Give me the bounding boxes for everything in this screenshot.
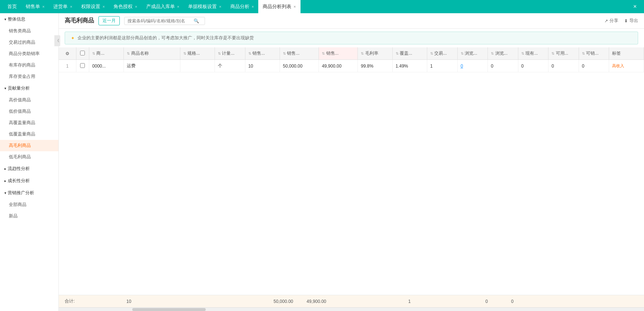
row-current: 0 xyxy=(518,60,548,72)
close-product-analysis-list[interactable]: × xyxy=(294,4,296,9)
footer-empty1 xyxy=(329,299,388,304)
col-browse1[interactable]: ⇅ 浏览... xyxy=(457,47,488,60)
sidebar-group-contribution-title[interactable]: ▾ 贡献量分析 xyxy=(0,82,58,94)
sidebar-item-high-margin[interactable]: 高毛利商品 xyxy=(0,140,58,151)
footer-values: 10 50,000.00 49,900.00 1 0 0 xyxy=(123,299,517,304)
col-sales3[interactable]: ⇅ 销售... xyxy=(319,47,358,60)
nav-purchase-order[interactable]: 进货单 × xyxy=(49,0,76,13)
content-area: 高毛利商品 近一月 🔍 ↗ 分享 ⬇ 导出 ✦ 企业的主要的利润都是这部分商品创… xyxy=(59,13,644,311)
share-button[interactable]: ↗ 分享 xyxy=(604,18,618,24)
col-gross-rate[interactable]: ⇅ 毛利率 xyxy=(358,47,392,60)
sidebar-group-contribution: ▾ 贡献量分析 高价值商品 低价值商品 高覆盖量商品 低覆盖量商品 高毛利商品 … xyxy=(0,82,58,163)
sidebar-item-sales-goods[interactable]: 销售类商品 xyxy=(0,25,58,37)
footer-sales2: 50,000.00 xyxy=(263,299,296,304)
close-window-button[interactable]: × xyxy=(629,3,641,10)
top-navigation: 首页 销售单 × 进货单 × 权限设置 × 角色授权 × 产成品入库单 × 单据… xyxy=(0,0,644,13)
close-product-analysis[interactable]: × xyxy=(252,4,254,9)
sidebar-item-stock-funds[interactable]: 库存资金占用 xyxy=(0,71,58,82)
sidebar-item-high-coverage[interactable]: 高覆盖量商品 xyxy=(0,117,58,129)
close-sales-order[interactable]: × xyxy=(42,4,44,9)
sidebar-item-category-rate[interactable]: 商品分类助销率 xyxy=(0,48,58,59)
nav-template-settings[interactable]: 单据模板设置 × xyxy=(184,0,226,13)
col-settings[interactable]: ⚙ xyxy=(59,47,76,60)
close-production-inbound[interactable]: × xyxy=(177,4,179,9)
search-box: 🔍 xyxy=(124,17,205,25)
select-all-checkbox[interactable] xyxy=(80,51,85,55)
row-unit: 个 xyxy=(215,60,245,72)
col-sales2[interactable]: ⇅ 销售... xyxy=(280,47,319,60)
sidebar-item-low-margin[interactable]: 低毛利商品 xyxy=(0,151,58,163)
row-transactions: 1 xyxy=(427,60,458,72)
nav-product-analysis[interactable]: 商品分析 × xyxy=(226,0,258,13)
sidebar-item-all-goods[interactable]: 全部商品 xyxy=(0,199,58,210)
sort-icon: ⇅ xyxy=(283,51,286,55)
sidebar-group-flow: ▸ 流趋性分析 xyxy=(0,163,58,175)
export-button[interactable]: ⬇ 导出 xyxy=(624,18,638,24)
col-coverage[interactable]: ⇅ 覆盖... xyxy=(392,47,427,60)
nav-product-analysis-list[interactable]: 商品分析列表 × xyxy=(258,0,300,13)
sort-icon: ⇅ xyxy=(127,51,130,55)
col-checkbox[interactable] xyxy=(76,47,89,60)
close-role-auth[interactable]: × xyxy=(135,4,137,9)
sidebar-group-overall-title[interactable]: ▾ 整体信息 xyxy=(0,13,58,25)
col-unit[interactable]: ⇅ 计量... xyxy=(215,47,245,60)
footer-sales3: 49,900.00 xyxy=(296,299,329,304)
content-header: 高毛利商品 近一月 🔍 ↗ 分享 ⬇ 导出 xyxy=(59,13,644,29)
export-icon: ⬇ xyxy=(624,18,628,23)
search-icon[interactable]: 🔍 xyxy=(194,18,199,23)
footer-current: 0 xyxy=(465,299,491,304)
col-sales1[interactable]: ⇅ 销售... xyxy=(245,47,280,60)
col-browse2[interactable]: ⇅ 浏览... xyxy=(488,47,518,60)
sidebar-group-flow-title[interactable]: ▸ 流趋性分析 xyxy=(0,163,58,175)
nav-home[interactable]: 首页 xyxy=(3,0,21,13)
sidebar-group-growth-title[interactable]: ▸ 成长性分析 xyxy=(0,175,58,187)
row-name: 运费 xyxy=(124,60,180,72)
scroll-thumb[interactable] xyxy=(132,308,206,311)
close-purchase-order[interactable]: × xyxy=(70,4,72,9)
col-tag[interactable]: 标签 xyxy=(609,47,644,60)
close-template-settings[interactable]: × xyxy=(219,4,221,9)
sort-icon: ⇅ xyxy=(183,51,186,55)
row-sales2: 50,000.00 xyxy=(280,60,319,72)
period-button[interactable]: 近一月 xyxy=(98,16,120,25)
row-saleable: 0 xyxy=(579,60,609,72)
footer-available: 0 xyxy=(491,299,517,304)
col-current[interactable]: ⇅ 现有... xyxy=(518,47,548,60)
sidebar-collapse-button[interactable]: 《 xyxy=(54,35,60,46)
main-layout: ▾ 整体信息 销售类商品 交易过的商品 商品分类助销率 有库存的商品 库存资金占… xyxy=(0,13,644,311)
nav-production-inbound[interactable]: 产成品入库单 × xyxy=(142,0,184,13)
sort-icon: ⇅ xyxy=(248,51,251,55)
sidebar-group-marketing-title[interactable]: ▾ 营销推广分析 xyxy=(0,187,58,199)
col-spec[interactable]: ⇅ 规格... xyxy=(180,47,215,60)
settings-icon: ⚙ xyxy=(65,51,69,56)
row-select-checkbox[interactable] xyxy=(80,63,85,68)
nav-role-auth[interactable]: 角色授权 × xyxy=(109,0,141,13)
row-browse1[interactable]: 0 xyxy=(457,60,488,72)
sidebar-item-traded-goods[interactable]: 交易过的商品 xyxy=(0,37,58,48)
row-code: 0000... xyxy=(89,60,124,72)
sort-icon: ⇅ xyxy=(551,51,554,55)
sidebar-item-low-coverage[interactable]: 低覆盖量商品 xyxy=(0,129,58,140)
row-checkbox[interactable] xyxy=(76,60,89,72)
col-available[interactable]: ⇅ 可用... xyxy=(548,47,579,60)
sort-icon: ⇅ xyxy=(430,51,433,55)
close-permission-settings[interactable]: × xyxy=(102,4,105,9)
row-sales1: 10 xyxy=(245,60,280,72)
row-browse2: 0 xyxy=(488,60,518,72)
sidebar-item-low-value[interactable]: 低价值商品 xyxy=(0,106,58,117)
search-input[interactable] xyxy=(127,18,194,23)
row-index: 1 xyxy=(59,60,76,72)
sidebar: ▾ 整体信息 销售类商品 交易过的商品 商品分类助销率 有库存的商品 库存资金占… xyxy=(0,13,59,311)
sort-icon: ⇅ xyxy=(396,51,399,55)
col-transactions[interactable]: ⇅ 交易... xyxy=(427,47,458,60)
col-code[interactable]: ⇅ 商... xyxy=(89,47,124,60)
nav-sales-order[interactable]: 销售单 × xyxy=(21,0,49,13)
sidebar-item-new-goods[interactable]: 新品 xyxy=(0,210,58,222)
sidebar-item-high-value[interactable]: 高价值商品 xyxy=(0,94,58,106)
col-saleable[interactable]: ⇅ 可销... xyxy=(579,47,609,60)
share-icon: ↗ xyxy=(604,18,608,23)
nav-permission-settings[interactable]: 权限设置 × xyxy=(77,0,109,13)
col-name[interactable]: ⇅ 商品名称 xyxy=(124,47,180,60)
sidebar-item-in-stock[interactable]: 有库存的商品 xyxy=(0,59,58,71)
horizontal-scrollbar[interactable] xyxy=(59,307,644,311)
